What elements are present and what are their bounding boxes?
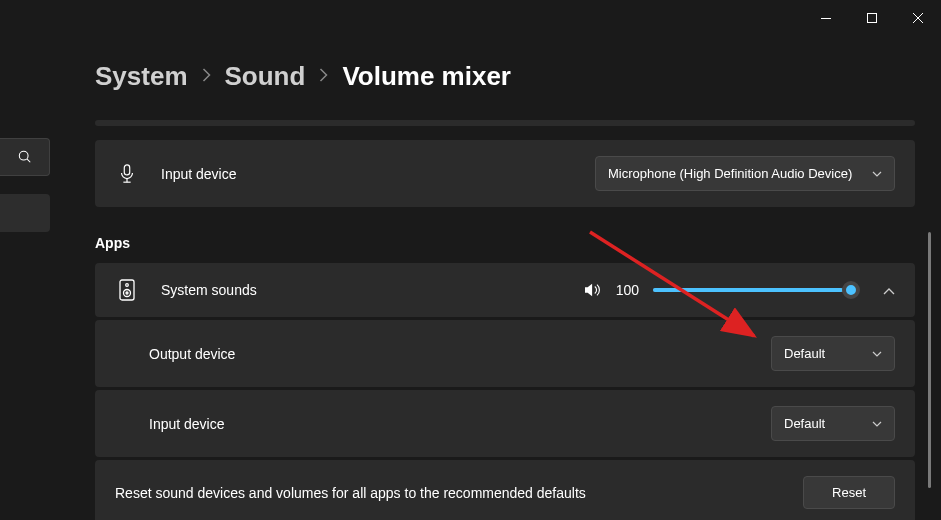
svg-rect-4 [124,164,129,174]
volume-icon[interactable] [584,282,602,298]
svg-point-8 [126,284,129,287]
svg-point-9 [124,290,131,297]
svg-rect-0 [821,18,831,19]
output-device-value: Default [784,346,825,361]
maximize-button[interactable] [849,0,895,36]
chevron-down-icon [872,421,882,427]
chevron-right-icon [202,68,211,85]
chevron-down-icon [872,351,882,357]
volume-value: 100 [616,282,639,298]
chevron-down-icon [872,171,882,177]
breadcrumb-current: Volume mixer [342,61,511,92]
search-icon [18,150,32,164]
input-device-label: Input device [161,166,595,182]
window-controls [803,0,941,36]
microphone-icon [115,164,139,184]
input-device-sub-panel: Input device Default [95,390,915,457]
output-device-panel: Output device Default [95,320,915,387]
svg-line-3 [27,159,30,162]
chevron-up-icon [883,288,895,295]
minimize-button[interactable] [803,0,849,36]
system-sounds-label: System sounds [161,282,584,298]
left-sidebar-edge [0,138,50,232]
breadcrumb-sound[interactable]: Sound [225,61,306,92]
input-device-value: Microphone (High Definition Audio Device… [608,166,852,181]
volume-slider[interactable] [653,288,851,292]
output-device-dropdown[interactable]: Default [771,336,895,371]
titlebar [0,0,941,36]
system-sounds-panel[interactable]: System sounds 100 [95,263,915,317]
reset-label: Reset sound devices and volumes for all … [115,485,586,501]
breadcrumb: System Sound Volume mixer [95,61,915,92]
svg-point-10 [126,292,128,294]
svg-rect-1 [868,14,877,23]
slider-thumb[interactable] [842,281,860,299]
speaker-box-icon [115,279,139,301]
reset-panel: Reset sound devices and volumes for all … [95,460,915,520]
input-device-sub-value: Default [784,416,825,431]
search-box-collapsed[interactable] [0,138,50,176]
breadcrumb-system[interactable]: System [95,61,188,92]
reset-button[interactable]: Reset [803,476,895,509]
output-device-label: Output device [149,346,771,362]
svg-point-2 [19,151,28,160]
nav-item-stub[interactable] [0,194,50,232]
apps-section-title: Apps [95,235,915,251]
scrollbar-thumb[interactable] [928,232,931,488]
close-button[interactable] [895,0,941,36]
collapsed-panel-stub [95,120,915,126]
input-device-sub-label: Input device [149,416,771,432]
input-device-dropdown[interactable]: Microphone (High Definition Audio Device… [595,156,895,191]
input-device-sub-dropdown[interactable]: Default [771,406,895,441]
chevron-right-icon [319,68,328,85]
expand-toggle[interactable] [883,281,895,299]
input-device-panel[interactable]: Input device Microphone (High Definition… [95,140,915,207]
